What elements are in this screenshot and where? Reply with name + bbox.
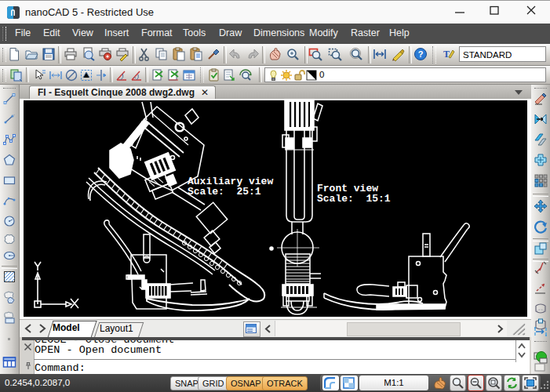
svg-text:Scale: 15:1: Scale: 15:1 <box>317 193 391 205</box>
svg-text:T: T <box>443 49 450 60</box>
svg-text:Scale: 25:1: Scale: 25:1 <box>188 186 261 198</box>
svg-text:?: ? <box>418 49 424 59</box>
